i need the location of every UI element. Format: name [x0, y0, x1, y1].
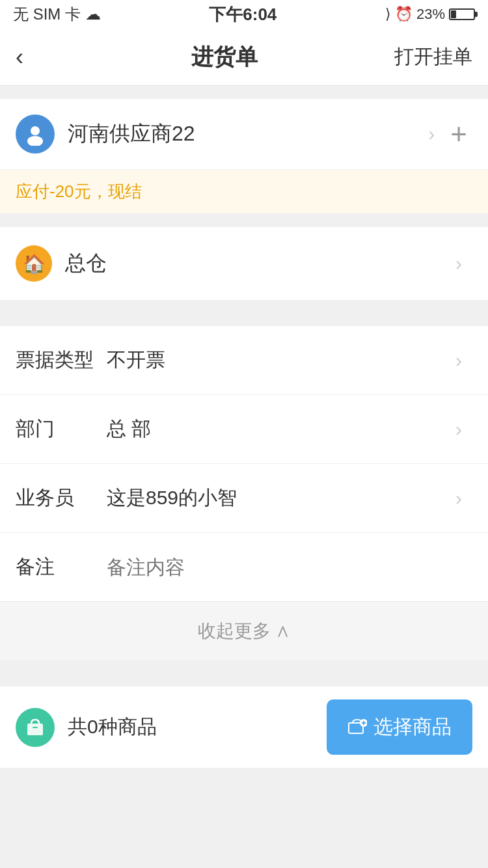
top-divider	[0, 86, 488, 99]
goods-count: 共0种商品	[68, 714, 327, 740]
notice-bar: 应付-20元，现结	[0, 170, 488, 213]
select-goods-label: 选择商品	[373, 714, 452, 740]
warehouse-chevron-icon: ›	[455, 252, 462, 275]
supplier-avatar	[16, 115, 55, 154]
department-row[interactable]: 部门 总 部 ›	[0, 395, 488, 464]
department-value: 总 部	[107, 416, 455, 442]
back-button[interactable]: ‹	[16, 44, 55, 71]
ticket-type-label: 票据类型	[16, 347, 107, 373]
warehouse-name: 总仓	[65, 249, 455, 278]
sim-status: 无 SIM 卡 ☁	[13, 4, 101, 25]
supplier-chevron-icon: ›	[428, 123, 435, 145]
status-right: ⟩ ⏰ 23%	[385, 6, 475, 23]
ticket-type-value: 不开票	[107, 347, 455, 373]
department-label: 部门	[16, 416, 107, 442]
warehouse-row[interactable]: 🏠 总仓 ›	[0, 226, 488, 300]
remark-input[interactable]	[107, 556, 472, 578]
bottom-bar: 共0种商品 选择商品	[0, 686, 488, 768]
select-goods-button[interactable]: 选择商品	[327, 699, 472, 755]
supplier-name: 河南供应商22	[68, 120, 428, 148]
bottom-divider	[0, 660, 488, 673]
ticket-type-chevron-icon: ›	[455, 349, 462, 372]
svg-point-0	[31, 126, 40, 135]
battery-percent: 23%	[416, 6, 445, 23]
department-chevron-icon: ›	[455, 418, 462, 441]
salesman-row[interactable]: 业务员 这是859的小智 ›	[0, 464, 488, 533]
svg-rect-2	[27, 724, 43, 735]
svg-rect-3	[33, 727, 38, 728]
alarm-icon: ⏰	[395, 6, 413, 23]
form-section: 票据类型 不开票 › 部门 总 部 › 业务员 这是859的小智 › 备注	[0, 326, 488, 601]
cart-icon	[347, 718, 367, 737]
status-bar: 无 SIM 卡 ☁ 下午6:04 ⟩ ⏰ 23%	[0, 0, 488, 29]
add-supplier-button[interactable]: +	[445, 120, 472, 148]
salesman-label: 业务员	[16, 485, 107, 511]
battery-icon	[449, 8, 475, 20]
warehouse-section: 🏠 总仓 ›	[0, 226, 488, 300]
warehouse-icon: 🏠	[16, 245, 52, 282]
status-time: 下午6:04	[209, 3, 277, 26]
supplier-row[interactable]: 河南供应商22 › +	[0, 99, 488, 170]
remark-label: 备注	[16, 554, 107, 580]
svg-point-1	[27, 136, 43, 146]
supplier-section: 河南供应商22 › + 应付-20元，现结	[0, 99, 488, 213]
goods-icon	[16, 708, 55, 747]
salesman-chevron-icon: ›	[455, 487, 462, 509]
salesman-value: 这是859的小智	[107, 485, 455, 511]
mid-divider1	[0, 213, 488, 226]
page-title: 进货单	[191, 42, 258, 72]
ticket-type-row[interactable]: 票据类型 不开票 ›	[0, 326, 488, 395]
open-pending-button[interactable]: 打开挂单	[394, 44, 472, 70]
collapse-button[interactable]: 收起更多 ∧	[0, 601, 488, 660]
location-icon: ⟩	[385, 6, 391, 23]
nav-bar: ‹ 进货单 打开挂单	[0, 29, 488, 86]
status-left: 无 SIM 卡 ☁	[13, 4, 101, 25]
remark-row[interactable]: 备注	[0, 533, 488, 601]
mid-divider2	[0, 300, 488, 313]
